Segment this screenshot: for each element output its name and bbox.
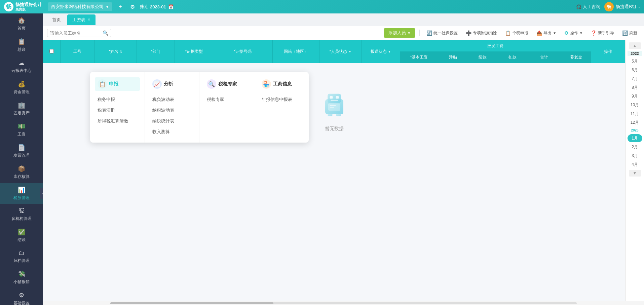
main-layout: 🏠 首页 📋 总账 ☁ 云报表中心 💰 资金管理 🏢 固定资产 💵 工资 📄 发… — [0, 13, 644, 305]
popup-item-tax-stats[interactable]: 纳税统计表 — [150, 116, 195, 126]
cal-month-8[interactable]: 8月 — [628, 83, 642, 91]
operations-btn[interactable]: ⚙ 操作 ▼ — [562, 29, 585, 37]
user-area[interactable]: 畅 畅捷通B组... — [604, 2, 640, 11]
add-person-button[interactable]: 添加人员 ▼ — [384, 28, 415, 38]
add-company-icon[interactable]: + — [116, 2, 125, 11]
header-actions: + ⚙ — [116, 2, 137, 11]
th-checkbox[interactable] — [43, 40, 61, 63]
popup-item-annual-report[interactable]: 年报信息申报表 — [259, 94, 304, 105]
sidebar-label-multi-org: 多机构管理 — [11, 216, 32, 222]
sidebar-item-multi-org[interactable]: 🏗 多机构管理 — [0, 204, 43, 225]
cal-month-5[interactable]: 5月 — [628, 57, 642, 65]
special-deduction-icon: ➕ — [466, 30, 471, 36]
cal-month-1-2023[interactable]: 1月 — [628, 134, 642, 142]
sidebar-item-salary[interactable]: 💵 工资 — [0, 119, 43, 141]
th-name[interactable]: *姓名 ⇅ — [94, 40, 137, 63]
guide-label: 新手引导 — [598, 30, 614, 36]
sidebar-item-tax[interactable]: 📊 税务管理 ◀ — [0, 183, 43, 204]
sidebar-label-ledger: 总账 — [17, 47, 26, 52]
customer-service-btn[interactable]: 🎧 人工咨询 — [576, 4, 600, 10]
tax-declaration-icon: 📋 — [505, 30, 511, 36]
cal-month-7[interactable]: 7月 — [628, 75, 642, 83]
popup-title-tax-expert: 🔍 税检专家 — [204, 77, 249, 91]
th-basic: *基本工资 — [400, 52, 438, 63]
period-label: 账期 — [140, 4, 149, 10]
cal-month-9[interactable]: 9月 — [628, 92, 642, 100]
sidebar-item-cloud-report[interactable]: ☁ 云报表中心 — [0, 56, 43, 77]
table-calendar-wrap: 工号 *姓名 ⇅ *部门 *证据类型 — [43, 40, 644, 301]
logo-sub-text: 免费版 — [15, 7, 42, 11]
empty-icon — [319, 90, 349, 120]
cal-month-10[interactable]: 10月 — [628, 101, 642, 109]
calendar-down-btn[interactable]: ▼ — [629, 170, 641, 177]
dropdown-popup: 📋 申报 税务申报 税表清册 所得税汇算清缴 📈 分析 — [90, 72, 309, 143]
tax-icon: 📊 — [18, 186, 25, 194]
cal-month-11[interactable]: 11月 — [628, 110, 642, 118]
popup-item-expert[interactable]: 税检专家 — [204, 94, 249, 105]
sidebar-label-invoice: 发票管理 — [13, 153, 30, 158]
svg-rect-6 — [330, 105, 336, 106]
company-selector[interactable]: 西安虾米网络科技有限公司 ▼ — [48, 2, 112, 11]
cal-month-6[interactable]: 6月 — [628, 66, 642, 74]
svg-rect-8 — [328, 114, 332, 116]
table-wrap: 工号 *姓名 ⇅ *部门 *证据类型 — [43, 40, 625, 301]
cal-month-2-2023[interactable]: 2月 — [628, 143, 642, 151]
refresh-icon: 🔃 — [622, 30, 628, 36]
refresh-btn[interactable]: 🔃 刷新 — [619, 29, 640, 37]
popup-item-tax-declaration[interactable]: 税务申报 — [95, 94, 140, 105]
popup-item-tax-burden[interactable]: 税负波动表 — [150, 94, 195, 105]
guide-btn[interactable]: ❓ 新手引导 — [588, 29, 617, 37]
popup-item-tax-forms[interactable]: 税表清册 — [95, 105, 140, 116]
special-deduction-btn[interactable]: ➕ 专项附加扣除 — [463, 29, 500, 37]
tab-home-label: 首页 — [52, 17, 61, 23]
th-report-status[interactable]: 报送状态 ▼ — [362, 40, 400, 63]
cal-month-4-2023[interactable]: 4月 — [628, 160, 642, 168]
status-filter-icon[interactable]: ▼ — [348, 50, 351, 53]
sidebar-item-settings[interactable]: ⚙ 基础设置 — [0, 288, 43, 305]
sidebar-collapse-btn[interactable]: ◀ — [40, 188, 43, 199]
popup-title-analysis: 📈 分析 — [150, 77, 195, 91]
sidebar-item-inventory[interactable]: 📦 库存核算 — [0, 162, 43, 183]
operations-label: 操作 — [570, 30, 578, 36]
multi-org-icon: 🏗 — [18, 207, 25, 215]
settings-nav-icon: ⚙ — [19, 292, 24, 299]
user-name: 畅捷通B组... — [616, 4, 640, 10]
scroll-thumb[interactable] — [110, 302, 273, 304]
popup-item-income-tax-settlement[interactable]: 所得税汇算清缴 — [95, 116, 140, 126]
sidebar-item-fixed-assets[interactable]: 🏢 固定资产 — [0, 98, 43, 119]
search-input[interactable] — [50, 31, 101, 36]
th-deduct: 扣款 — [498, 52, 527, 63]
sidebar-item-archive[interactable]: 🗂 归档管理 — [0, 246, 43, 267]
sidebar-item-home[interactable]: 🏠 首页 — [0, 13, 43, 35]
sidebar-item-ledger[interactable]: 📋 总账 — [0, 35, 43, 56]
calendar-icon[interactable]: 📅 — [168, 4, 174, 9]
th-total: 合计 — [527, 52, 561, 63]
popup-col-declaration: 📋 申报 税务申报 税表清册 所得税汇算清缴 — [90, 72, 145, 143]
settings-icon[interactable]: ⚙ — [128, 2, 137, 11]
tab-salary-label: 工资表 — [72, 17, 85, 23]
export-btn[interactable]: 📤 导出 ▼ — [534, 29, 559, 37]
scroll-track[interactable] — [110, 302, 577, 304]
social-security-btn[interactable]: 🔄 统一社保设置 — [424, 29, 460, 37]
tab-close-icon[interactable]: ✕ — [87, 17, 90, 22]
sidebar-item-invoice[interactable]: 📄 发票管理 — [0, 141, 43, 162]
tab-salary[interactable]: 工资表 ✕ — [67, 14, 96, 25]
export-icon: 📤 — [536, 30, 542, 36]
logo-text: 畅捷通好会计 免费版 — [15, 2, 42, 11]
report-filter-icon[interactable]: ▼ — [388, 50, 391, 53]
tax-declaration-btn[interactable]: 📋 个税申报 — [502, 29, 531, 37]
svg-rect-2 — [330, 96, 333, 99]
popup-item-tax-payment[interactable]: 纳税波动表 — [150, 105, 195, 116]
cal-month-3-2023[interactable]: 3月 — [628, 152, 642, 160]
tab-home[interactable]: 首页 — [47, 14, 66, 25]
th-status[interactable]: *人员状态 ▼ — [319, 40, 362, 63]
popup-item-revenue-calc[interactable]: 收入测算 — [150, 126, 195, 137]
sidebar-item-close[interactable]: ✅ 结账 — [0, 225, 43, 246]
sidebar-item-expense[interactable]: 💸 小畅报销 — [0, 267, 43, 288]
sidebar-item-fund[interactable]: 💰 资金管理 — [0, 77, 43, 98]
bottom-scrollbar[interactable] — [43, 301, 644, 305]
select-all-checkbox[interactable] — [49, 49, 54, 53]
toolbar-separator-1 — [419, 30, 420, 36]
cal-month-12[interactable]: 12月 — [628, 118, 642, 126]
calendar-up-btn[interactable]: ▲ — [629, 42, 641, 49]
